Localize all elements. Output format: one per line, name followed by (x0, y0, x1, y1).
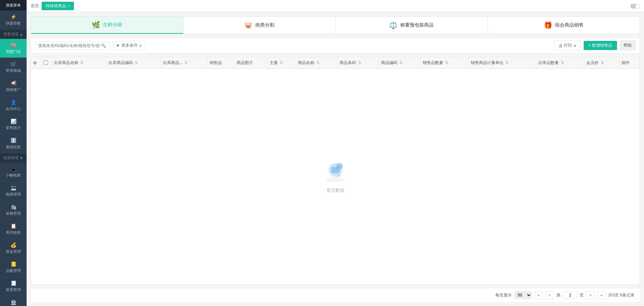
sidebar-section-wholesale[interactable]: 批发管理 ▼ (0, 153, 27, 163)
sidebar-logo[interactable]: 搜索菜单 (0, 0, 27, 11)
col-product-img[interactable]: 商品图片 (234, 57, 267, 69)
sort-icon7: ⇅ (399, 60, 403, 65)
help-button[interactable]: 帮助 (620, 41, 635, 50)
topbar: 首页 特殊销售品 × (27, 0, 644, 12)
sidebar-item-basic-info[interactable]: ℹ️ 基础信息 (0, 134, 27, 153)
sidebar-item-retail-mall[interactable]: 🛒 零售商城 (0, 58, 27, 77)
col-out-name[interactable]: 出库商品名称 ⇅ (51, 57, 106, 69)
chevron-down-icon2: ▼ (19, 156, 23, 160)
combo-sales-icon: 🎁 (544, 21, 552, 29)
sidebar-item-capital-manage[interactable]: 💰 资金管理 (0, 239, 27, 258)
sort-icon10: ⇅ (561, 60, 564, 65)
tab-weight-pack-label: 称重预包装商品 (400, 22, 434, 28)
col-out-code[interactable]: 出库商品编码 ⇅ (106, 57, 161, 69)
toolbar: 🔍 ▼ 更多条件 ∨ 🖨 打印 ∨ + 新增销售品 帮助 (31, 37, 640, 53)
col-sale-item[interactable]: 销售品 (208, 57, 234, 69)
sidebar-item-quick-nav[interactable]: ⚡ 快捷导航 (0, 11, 27, 30)
col-product-name[interactable]: 商品名称 ⇅ (296, 57, 338, 69)
weight-pack-icon: ⚖️ (389, 21, 398, 29)
sidebar-item-label: 营销推广 (6, 87, 21, 92)
sidebar-item-label: 会员中心 (6, 106, 21, 111)
topbar-toggle[interactable] (630, 4, 640, 9)
sidebar-item-invoice[interactable]: 🧾 发票管理 (0, 277, 27, 296)
mini-ecom-icon: 📱 (11, 166, 16, 171)
topbar-tab-close[interactable]: × (68, 4, 70, 9)
new-label: + 新增销售品 (588, 43, 612, 48)
sort-icon9: ⇅ (505, 60, 509, 65)
col-sale-unit[interactable]: 销售商品计量单位 ⇅ (468, 57, 536, 69)
sidebar-item-sales-promo[interactable]: 📢 营销推广 (0, 77, 27, 96)
sidebar-item-ecom-manage[interactable]: 💻 电商管理 (0, 182, 27, 201)
print-icon: 🖨 (558, 43, 563, 48)
next-page-button[interactable]: > (586, 291, 595, 299)
col-sale-qty[interactable]: 销售品数量 ⇅ (420, 57, 468, 69)
col-out-qty[interactable]: 出库品数量 ⇅ (536, 57, 584, 69)
page-size-select[interactable]: 50 100 200 (514, 291, 532, 299)
sidebar-item-label: 发票管理 (6, 287, 21, 292)
sidebar-item-general-ledger[interactable]: 📒 总账管理 (0, 258, 27, 277)
stock-check-icon: 📋 (11, 223, 16, 229)
topbar-tab-label: 特殊销售品 (46, 3, 66, 9)
table-header: ⚙ 出库商品名称 ⇅ 出库商品编码 ⇅ 出库商品... ⇅ (31, 57, 640, 69)
col-checkbox[interactable] (41, 57, 51, 69)
col-out-spec[interactable]: 出库商品... ⇅ (161, 57, 208, 69)
tab-fresh-grade[interactable]: 🌿 生鲜分级 (31, 17, 183, 34)
sidebar-item-smart-store[interactable]: 🏬 智慧门店 (0, 39, 27, 58)
search-input[interactable] (38, 43, 100, 48)
col-main-unit[interactable]: 主量 ⇅ (267, 57, 296, 69)
sidebar-item-mini-ecom[interactable]: 📱 小畅电商 (0, 163, 27, 182)
sidebar-item-label: 总账管理 (6, 268, 21, 273)
topbar-home[interactable]: 首页 (31, 3, 39, 9)
col-settings[interactable]: ⚙ (31, 57, 41, 69)
col-member-price[interactable]: 会员价 ⇅ (584, 57, 619, 69)
filter-button[interactable]: ▼ 更多条件 ∨ (113, 41, 145, 50)
search-icon: 🔍 (101, 43, 106, 48)
capital-manage-icon: 💰 (11, 242, 16, 248)
print-label: 打印 (564, 43, 572, 48)
sidebar-item-member-center[interactable]: 👤 会员中心 (0, 96, 27, 115)
sort-icon11: ⇅ (601, 60, 604, 65)
first-page-button[interactable]: « (535, 291, 543, 299)
col-product-code[interactable]: 商品编码 ⇅ (379, 57, 421, 69)
sidebar-item-tax[interactable]: 🏦 税务管理 (0, 296, 27, 306)
empty-icon (322, 159, 349, 183)
page-label: 第 (556, 292, 560, 298)
select-all-checkbox[interactable] (44, 60, 48, 65)
print-down-icon: ∨ (573, 43, 576, 48)
prev-page-button[interactable]: < (545, 291, 554, 299)
empty-text: 暂无数据 (327, 187, 344, 194)
sidebar-item-purchase-manage[interactable]: 🛍️ 采购管理 (0, 201, 27, 220)
sidebar-item-label: 基础信息 (6, 144, 21, 150)
page-input[interactable] (563, 292, 577, 299)
invoice-icon: 🧾 (11, 280, 16, 286)
topbar-right (630, 4, 640, 9)
tab-combo-sales[interactable]: 🎁 组合商品销售 (488, 17, 640, 34)
print-button[interactable]: 🖨 打印 ∨ (554, 41, 581, 50)
sort-icon6: ⇅ (358, 60, 361, 65)
sidebar-item-stock-check[interactable]: 📋 库存核算 (0, 220, 27, 239)
tab-meat-cut[interactable]: 🐷 肉类分割 (183, 17, 336, 34)
last-page-button[interactable]: » (597, 291, 605, 299)
filter-down-icon: ∨ (139, 43, 142, 48)
sidebar-section-retail[interactable]: 零售管理 ▲ (0, 30, 27, 39)
tab-meat-cut-label: 肉类分割 (255, 22, 274, 28)
retail-mall-icon: 🛒 (11, 61, 16, 67)
sales-promo-icon: 📢 (11, 80, 16, 86)
search-box[interactable]: 🔍 (35, 42, 110, 50)
sort-icon3: ⇅ (184, 60, 188, 65)
data-table-wrap: ⚙ 出库商品名称 ⇅ 出库商品编码 ⇅ 出库商品... ⇅ (31, 57, 640, 285)
col-barcode[interactable]: 商品条码 ⇅ (338, 57, 379, 69)
data-table: ⚙ 出库商品名称 ⇅ 出库商品编码 ⇅ 出库商品... ⇅ (31, 57, 640, 69)
fresh-grade-icon: 🌿 (92, 21, 100, 29)
new-product-button[interactable]: + 新增销售品 (584, 41, 617, 50)
meat-cut-icon: 🐷 (244, 21, 253, 29)
sidebar-item-label: 智慧门店 (6, 49, 21, 54)
topbar-active-tab[interactable]: 特殊销售品 × (42, 2, 74, 10)
total-info: 共0页 0条记录 (608, 292, 634, 298)
retail-manage-label: 零售管理 (3, 32, 18, 37)
sort-icon4: ⇅ (280, 60, 283, 65)
sidebar-item-label: 零售商城 (6, 68, 21, 73)
sidebar-item-retail-stats[interactable]: 📊 零售统计 (0, 115, 27, 134)
tab-weight-pack[interactable]: ⚖️ 称重预包装商品 (335, 17, 488, 34)
sidebar-item-label: 电商管理 (6, 192, 21, 197)
